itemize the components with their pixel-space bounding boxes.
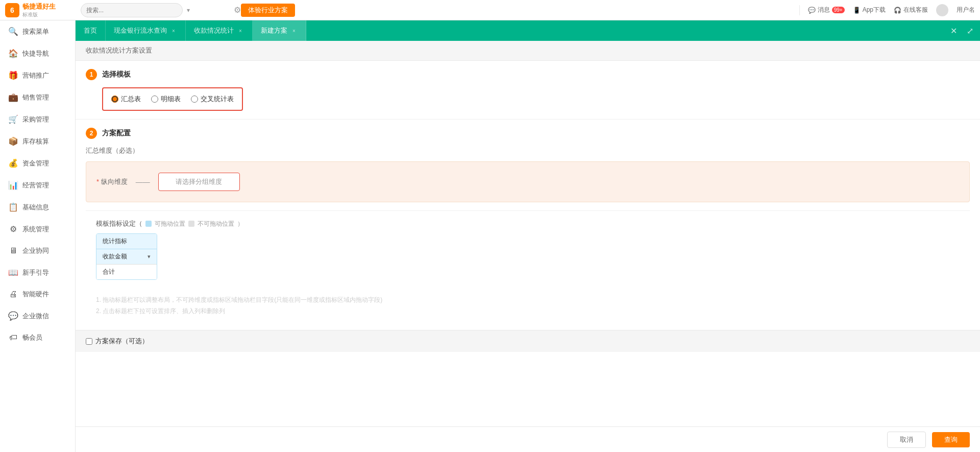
wechat-icon: 💬 xyxy=(8,311,18,321)
radio-summary-input[interactable] xyxy=(111,96,118,103)
cancel-button[interactable]: 取消 xyxy=(887,432,926,448)
tab-bank-flow[interactable]: 现金银行流水查询 × xyxy=(106,20,186,41)
radio-detail-input[interactable] xyxy=(151,96,158,103)
save-section: 方案保存（可选） xyxy=(76,330,980,352)
sidebar-item-marketing[interactable]: 🎁 营销推广 xyxy=(0,64,75,86)
sidebar-item-label: 企业微信 xyxy=(22,312,49,321)
dimension-section-title: 汇总维度（必选） xyxy=(86,146,970,155)
metrics-header-row: 模板指标设定（ 可拖动位置 不可拖动位置 ） xyxy=(96,219,960,228)
search-input[interactable] xyxy=(81,3,183,17)
radio-summary-label: 汇总表 xyxy=(121,94,141,104)
sidebar-item-sales[interactable]: 💼 销售管理 xyxy=(0,86,75,108)
radio-cross[interactable]: 交叉统计表 xyxy=(191,94,234,104)
trial-button[interactable]: 体验行业方案 xyxy=(241,4,295,17)
metrics-paren-close: ） xyxy=(237,220,243,228)
user-avatar[interactable] xyxy=(936,4,948,16)
step2-title: 方案配置 xyxy=(102,129,131,138)
close-window-btn[interactable]: ✕ xyxy=(947,25,960,37)
sidebar-item-label: 资金管理 xyxy=(22,159,49,168)
sidebar-item-label: 销售管理 xyxy=(22,93,49,102)
tab-close-collection-stats[interactable]: × xyxy=(237,27,244,34)
metrics-row-collection-amount[interactable]: 收款金额 ▾ xyxy=(96,249,157,264)
tab-new-plan[interactable]: 新建方案 × xyxy=(253,20,306,41)
fixed-legend-dot xyxy=(188,221,194,227)
inventory-icon: 📦 xyxy=(8,136,18,146)
sidebar-item-basic-info[interactable]: 📋 基础信息 xyxy=(0,196,75,218)
logo-icon: 6 xyxy=(5,3,19,17)
sidebar-item-label: 库存核算 xyxy=(22,137,49,146)
sidebar-item-search-menu[interactable]: 🔍 搜索菜单 xyxy=(0,20,75,42)
sidebar-item-system[interactable]: ⚙ 系统管理 xyxy=(0,218,75,240)
metrics-table: 统计指标 收款金额 ▾ 合计 xyxy=(96,233,157,280)
logo-sub: 标准版 xyxy=(22,11,56,18)
download-icon: 📱 xyxy=(853,7,861,14)
sidebar-item-operations[interactable]: 📊 经营管理 xyxy=(0,174,75,196)
online-service-btn[interactable]: 🎧 在线客服 xyxy=(894,6,928,14)
radio-detail[interactable]: 明细表 xyxy=(151,94,181,104)
radio-cross-label: 交叉统计表 xyxy=(201,94,234,104)
sidebar-item-label: 新手引导 xyxy=(22,268,49,277)
sidebar-item-quick-nav[interactable]: 🏠 快捷导航 xyxy=(0,42,75,64)
maximize-btn[interactable]: ⤢ xyxy=(964,25,976,37)
draggable-legend-label: 可拖动位置 xyxy=(155,220,185,228)
step1-number: 1 xyxy=(86,69,97,80)
sidebar-item-guide[interactable]: 📖 新手引导 xyxy=(0,261,75,283)
sidebar-item-wechat[interactable]: 💬 企业微信 xyxy=(0,305,75,327)
template-radio-group: 汇总表 明细表 交叉统计表 xyxy=(111,94,234,104)
operations-icon: 📊 xyxy=(8,180,18,190)
tips-section: 1. 拖动标题栏可以调整布局，不可跨维度或指标区域拖动栏目字段(只能在同一维度或… xyxy=(86,290,970,322)
main-layout: 🔍 搜索菜单 🏠 快捷导航 🎁 营销推广 💼 销售管理 🛒 采购管理 📦 库存核… xyxy=(0,20,980,452)
tab-bar: 首页 现金银行流水查询 × 收款情况统计 × 新建方案 × ✕ ⤢ xyxy=(76,20,980,41)
message-icon: 💬 xyxy=(808,7,816,14)
app-download-btn[interactable]: 📱 App下载 xyxy=(853,6,886,14)
tab-collection-stats[interactable]: 收款情况统计 × xyxy=(186,20,253,41)
tab-home[interactable]: 首页 xyxy=(76,20,106,41)
dimension-select[interactable]: 请选择分组维度 xyxy=(158,173,240,191)
sidebar-item-inventory[interactable]: 📦 库存核算 xyxy=(0,130,75,152)
header-actions: 💬 消息 99+ 📱 App下载 🎧 在线客服 用户名 xyxy=(799,4,975,16)
sidebar: 🔍 搜索菜单 🏠 快捷导航 🎁 营销推广 💼 销售管理 🛒 采购管理 📦 库存核… xyxy=(0,20,76,452)
enterprise-icon: 🖥 xyxy=(8,246,18,255)
query-button[interactable]: 查询 xyxy=(932,432,970,447)
top-header: 6 畅捷通好生 标准版 ▾ ⚙ 体验行业方案 💬 消息 99+ 📱 App下载 … xyxy=(0,0,980,20)
guide-icon: 📖 xyxy=(8,268,18,277)
tab-close-new-plan[interactable]: × xyxy=(290,27,298,34)
sidebar-item-finance[interactable]: 💰 资金管理 xyxy=(0,152,75,174)
gear-icon[interactable]: ⚙ xyxy=(234,5,241,15)
page-title-bar: 收款情况统计方案设置 xyxy=(76,41,980,61)
tip2: 2. 点击标题栏下拉可设置排序、插入列和删除列 xyxy=(96,306,960,317)
dimension-container: 汇总维度（必选） * 纵向维度 —— 请选择分组维度 xyxy=(86,146,970,210)
sidebar-item-purchase[interactable]: 🛒 采购管理 xyxy=(0,108,75,130)
dimension-row: * 纵向维度 —— 请选择分组维度 xyxy=(96,173,240,191)
sidebar-item-smart-hardware[interactable]: 🖨 智能硬件 xyxy=(0,283,75,305)
dropdown-icon[interactable]: ▾ xyxy=(187,7,190,14)
service-icon: 🎧 xyxy=(894,7,901,14)
logo-area: 6 畅捷通好生 标准版 xyxy=(5,2,81,18)
save-checkbox[interactable] xyxy=(86,338,92,345)
page-content: 收款情况统计方案设置 1 选择模板 汇总表 xyxy=(76,41,980,452)
tab-close-bank-flow[interactable]: × xyxy=(170,27,177,34)
chevron-down-icon: ▾ xyxy=(148,253,151,260)
bottom-bar: 取消 查询 xyxy=(76,426,980,452)
save-label[interactable]: 方案保存（可选） xyxy=(86,337,149,346)
members-icon: 🏷 xyxy=(8,333,18,342)
metrics-footer-total: 合计 xyxy=(96,264,157,279)
sidebar-item-label: 营销推广 xyxy=(22,71,49,80)
radio-cross-input[interactable] xyxy=(191,96,198,103)
marketing-icon: 🎁 xyxy=(8,70,18,80)
quick-nav-icon: 🏠 xyxy=(8,49,18,58)
basic-info-icon: 📋 xyxy=(8,202,18,212)
template-selection-box: 汇总表 明细表 交叉统计表 xyxy=(102,87,243,111)
arrow-right-icon: —— xyxy=(136,178,150,186)
sidebar-item-enterprise[interactable]: 🖥 企业协同 xyxy=(0,240,75,261)
sidebar-item-label: 基础信息 xyxy=(22,203,49,212)
search-menu-icon: 🔍 xyxy=(8,27,18,36)
dimension-area: * 纵向维度 —— 请选择分组维度 xyxy=(86,161,970,202)
sidebar-item-members[interactable]: 🏷 畅会员 xyxy=(0,327,75,348)
step2-section: 2 方案配置 汇总维度（必选） * 纵向维度 —— xyxy=(76,119,980,330)
notification-btn[interactable]: 💬 消息 99+ xyxy=(808,6,845,14)
sidebar-item-label: 智能硬件 xyxy=(22,290,49,299)
radio-summary[interactable]: 汇总表 xyxy=(111,94,141,104)
page-title: 收款情况统计方案设置 xyxy=(86,46,152,54)
content-area: 首页 现金银行流水查询 × 收款情况统计 × 新建方案 × ✕ ⤢ xyxy=(76,20,980,452)
